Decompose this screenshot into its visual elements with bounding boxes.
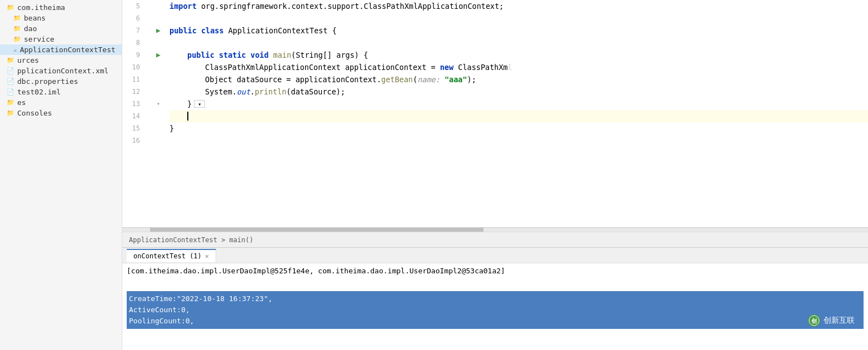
line-7: 7 <box>122 24 144 37</box>
line-12: 12 <box>122 86 144 98</box>
folder-icon-es: 📁 <box>7 99 14 106</box>
kw-new: new <box>440 61 453 73</box>
sidebar-item-xml[interactable]: 📄 pplicationContext.xml <box>0 66 122 76</box>
punct-eq2: = <box>286 73 291 86</box>
param-args: args <box>336 49 355 61</box>
xml-icon: 📄 <box>7 67 14 74</box>
line-15: 15 <box>122 122 144 134</box>
sidebar-item-service[interactable]: 📁 service <box>0 34 122 44</box>
sidebar-parent-label: com.itheima <box>17 3 65 12</box>
code-line-16 <box>169 134 868 147</box>
watermark: 创 创新互联 <box>808 314 855 327</box>
console-tab-label: onContextTest (1) <box>133 252 202 260</box>
props-icon: 📄 <box>7 78 14 85</box>
field-out: out <box>237 86 250 98</box>
string-aaa: "aaa" <box>445 73 467 86</box>
java-icon: ☕ <box>13 46 17 53</box>
code-line-14[interactable] <box>169 110 868 122</box>
editor-area: 5 6 7 8 9 10 11 12 13 14 15 16 ▶ ▶ <box>122 0 868 247</box>
punct-dot3: . <box>250 86 255 98</box>
line-10: 10 <box>122 61 144 73</box>
sidebar-item-iml[interactable]: 📄 test02.iml <box>0 87 122 97</box>
console-blue-section: CreateTime:"2022-10-18 16:37:23", Active… <box>127 291 864 329</box>
kw-static: static <box>219 49 246 61</box>
run-icon-7[interactable]: ▶ <box>156 24 161 37</box>
gutter-12 <box>150 86 167 98</box>
method-main: main <box>273 49 292 61</box>
code-line-5: import org.springframework.context.suppo… <box>169 0 868 12</box>
sidebar-label-props: dbc.properties <box>17 77 78 86</box>
output-text-2: CreateTime:"2022-10-18 16:37:23", <box>129 294 272 303</box>
punct-brace-close-method: } <box>187 98 192 110</box>
punct-bracket: [] <box>323 49 332 61</box>
gutter-13: ▾ <box>150 98 167 110</box>
gutter-5 <box>150 0 167 12</box>
folder-icon-dao: 📁 <box>13 25 21 32</box>
sidebar-item-beans[interactable]: 📁 beans <box>0 13 122 23</box>
gutter-9[interactable]: ▶ <box>150 49 167 61</box>
folder-icon: 📁 <box>13 14 21 22</box>
gutter-10 <box>150 61 167 73</box>
punct-paren2: ( <box>413 73 417 86</box>
gutter-6 <box>150 12 167 24</box>
output-blue-line-2: CreateTime:"2022-10-18 16:37:23", <box>127 293 864 304</box>
punct-brace-main-open: { <box>363 49 368 61</box>
gutter-8 <box>150 37 167 49</box>
console-close-icon[interactable]: ✕ <box>205 252 209 260</box>
kw-class: class <box>201 24 224 37</box>
line-8: 8 <box>122 37 144 49</box>
main-area: 5 6 7 8 9 10 11 12 13 14 15 16 ▶ ▶ <box>122 0 868 350</box>
code-line-13: } ▾ <box>169 98 868 110</box>
punct-brace-close-class: } <box>169 122 174 134</box>
code-line-7: public class ApplicationContextTest { <box>169 24 868 37</box>
line-14: 14 <box>122 110 144 122</box>
code-line-15: } <box>169 122 868 134</box>
sidebar-item-es[interactable]: 📁 es <box>0 97 122 108</box>
gutter: ▶ ▶ ▾ <box>150 0 167 227</box>
fold-icon-13[interactable]: ▾ <box>157 98 160 110</box>
output-line-2 <box>127 279 864 290</box>
punct-paren: ( <box>291 49 296 61</box>
fold-indicator-13[interactable]: ▾ <box>194 100 205 108</box>
import-path: org.springframework.context.support.Clas… <box>201 0 504 12</box>
sidebar-label-xml: pplicationContext.xml <box>17 67 108 75</box>
hint-name: name: <box>417 73 445 86</box>
var-ctx: applicationContext <box>345 61 426 73</box>
punct-paren3: ( <box>286 86 291 98</box>
sidebar-label-apptest: ApplicationContextTest <box>20 46 116 54</box>
sidebar-item-dao[interactable]: 📁 dao <box>0 23 122 34</box>
gutter-7[interactable]: ▶ <box>150 24 167 37</box>
output-text-3: ActiveCount:0, <box>129 306 190 314</box>
code-line-8 <box>169 37 868 49</box>
sidebar-label-service: service <box>24 35 54 43</box>
sidebar-item-urces[interactable]: 📁 urces <box>0 55 122 66</box>
sidebar-item-consoles[interactable]: 📁 Consoles <box>0 108 122 118</box>
sidebar-label-es: es <box>17 98 26 107</box>
cursor-marker <box>187 112 193 121</box>
gutter-15 <box>150 122 167 134</box>
kw-public-7: public <box>169 24 197 37</box>
sidebar-item-apptest[interactable]: ☕ ApplicationContextTest <box>0 44 122 55</box>
gutter-16 <box>150 134 167 147</box>
sidebar-item-props[interactable]: 📄 dbc.properties <box>0 76 122 87</box>
class-name: ApplicationContextTest <box>228 24 328 37</box>
sidebar-label-beans: beans <box>24 14 46 22</box>
type-system: System <box>205 86 232 98</box>
folder-icon-urces: 📁 <box>7 57 14 64</box>
run-icon-9[interactable]: ▶ <box>156 49 161 61</box>
punct-eq: = <box>431 61 435 73</box>
output-text-1: [com.itheima.dao.impl.UserDaoImpl@525f1e… <box>127 267 505 275</box>
horizontal-scrollbar[interactable] <box>122 227 868 232</box>
code-lines[interactable]: import org.springframework.context.suppo… <box>167 0 868 227</box>
console-tab-active[interactable]: onContextTest (1) ✕ <box>127 249 216 262</box>
var-ds2: dataSource <box>291 86 336 98</box>
sidebar-label-dao: dao <box>24 24 37 33</box>
code-line-9: public static void main(String[] args) { <box>169 49 868 61</box>
sidebar-label-consoles: Consoles <box>17 109 52 117</box>
line-11: 11 <box>122 73 144 86</box>
code-line-10: ClassPathXmlApplicationContext applicati… <box>169 61 868 73</box>
punct-dot: . <box>377 73 381 86</box>
line-5: 5 <box>122 0 144 12</box>
ctx-ref: applicationContext <box>296 73 377 86</box>
console-tabs: onContextTest (1) ✕ <box>122 248 868 263</box>
